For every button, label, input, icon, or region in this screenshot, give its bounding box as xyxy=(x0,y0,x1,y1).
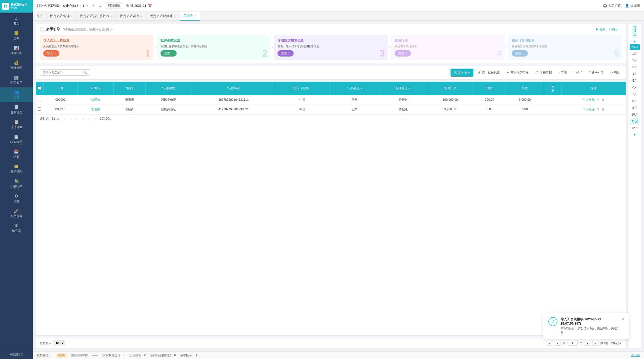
guide-close-icon[interactable]: × xyxy=(620,28,622,31)
step5-btn[interactable]: 查看＞ xyxy=(512,50,528,57)
period-selector[interactable]: 账期 2023-11 📅 xyxy=(126,4,152,8)
row1-name-link[interactable]: 徐泽华 xyxy=(91,98,100,101)
operation-btn[interactable]: ≡ 操作 xyxy=(572,69,584,76)
sidebar-item-expense[interactable]: 💸 小畅报销 xyxy=(0,176,33,191)
tab-payroll[interactable]: 工资表 × xyxy=(180,12,200,21)
first-page-btn[interactable]: « xyxy=(547,341,553,346)
notif-close-btn[interactable]: × xyxy=(622,317,624,321)
tab-depreciation[interactable]: 固定资产折旧统计表 × xyxy=(76,12,116,21)
row2-social-insurance-link[interactable]: 个人社保 xyxy=(583,108,595,111)
page-size-select[interactable]: 10 20 50 xyxy=(53,340,65,346)
table-header-row: 工号 ⇅ *姓名 *部门 *证照类型 *证照号码 国籍（地区） *人员状态 ▼ … xyxy=(36,82,626,95)
tab-fixed-asset[interactable]: 固定资产管理 × xyxy=(47,12,76,21)
calendar-month-9[interactable]: 9月 xyxy=(630,105,640,111)
row2-allowance: 0.00 xyxy=(473,105,506,114)
guide-btn[interactable]: ? 新手引导 xyxy=(587,69,606,76)
sidebar-pin-toggle[interactable]: ◀取消固定 xyxy=(0,350,33,359)
col-allowance: 津贴 xyxy=(473,82,506,95)
calendar-month-11[interactable]: 11月 xyxy=(630,118,640,125)
row2-edit-icon[interactable]: ✎ xyxy=(597,108,599,111)
col-emp-no: 工号 xyxy=(43,82,77,95)
calendar-month-7[interactable]: 7月 xyxy=(630,91,640,98)
help-link[interactable]: ? 帮助 xyxy=(609,27,617,32)
prev-page-btn[interactable]: ‹ xyxy=(555,341,560,346)
ai-consult-btn[interactable]: 🎧 人工咨询 xyxy=(603,4,621,8)
settings-gear-icon[interactable]: ⚙ xyxy=(98,4,102,8)
refresh-btn[interactable]: ↻ 刷新 xyxy=(608,69,622,76)
sidebar-item-tax[interactable]: 📑 税务管理 xyxy=(0,132,33,147)
go-charge-link[interactable]: 去充值 xyxy=(631,353,640,357)
calendar-month-2[interactable]: 2月 xyxy=(630,57,640,64)
calendar-month-8[interactable]: 8月 xyxy=(630,98,640,105)
sidebar-item-sales[interactable]: 📋 进销台账 xyxy=(0,117,33,132)
row2-delete-icon[interactable]: 🗑 xyxy=(601,108,605,111)
user-profile[interactable]: 👤 徐泽华 xyxy=(625,4,640,8)
tab-fixed-detail-label: 固定资产明细账 xyxy=(150,14,173,18)
row1-delete-icon[interactable]: 🗑 xyxy=(601,98,605,101)
search-input[interactable] xyxy=(43,71,82,74)
calendar-month-1[interactable]: 1月 xyxy=(630,50,640,57)
switch-version-button[interactable]: 切到旧版 xyxy=(105,3,123,9)
search-icon: 🔍 xyxy=(83,71,87,74)
step4-btn[interactable]: 查看＞ xyxy=(395,50,411,57)
calendar-up-arrow[interactable]: ▲ xyxy=(632,38,637,44)
account-selector[interactable]: 刘小艳演示账套（勿删勿动！）1 ▼ xyxy=(37,4,88,8)
step3-btn[interactable]: 查看＞ xyxy=(277,50,294,57)
sidebar-item-close[interactable]: 📅 结账 xyxy=(0,147,33,162)
sidebar-item-ledger[interactable]: 📒 总账 xyxy=(0,28,33,43)
user-avatar-icon: 👤 xyxy=(625,4,629,8)
tab-fixed-category-close[interactable]: × xyxy=(141,15,143,18)
social-insurance-btn[interactable]: ⚙ 统一社保设置 xyxy=(476,69,502,76)
select-all-checkbox[interactable] xyxy=(38,86,41,90)
video-link[interactable]: ▶ 视频 xyxy=(596,27,606,32)
sidebar-item-payroll[interactable]: 👥 工资 xyxy=(0,87,33,102)
tab-payroll-close[interactable]: × xyxy=(195,14,196,17)
sidebar-item-report[interactable]: 📊 报表中心 xyxy=(0,43,33,58)
page-number-input[interactable] xyxy=(568,341,578,346)
next-page-btn[interactable]: › xyxy=(585,341,590,346)
tab-home[interactable]: 首页 xyxy=(33,12,47,21)
row2-select[interactable] xyxy=(38,107,41,111)
tab-fixed-detail[interactable]: 固定资产明细账 × xyxy=(146,12,180,21)
add-employee-button[interactable]: 添加人员 ▾ xyxy=(451,69,473,77)
calendar-month-6[interactable]: 6月 xyxy=(630,84,640,91)
tax-return-btn[interactable]: 📋 个税申报 xyxy=(533,69,554,76)
calendar-year-2023[interactable]: 2023 xyxy=(630,44,640,50)
sidebar-item-guide[interactable]: 🚀 新手引导 xyxy=(0,206,33,221)
tab-depreciation-close[interactable]: × xyxy=(111,15,112,18)
home-icon: ⌂ xyxy=(15,16,18,21)
calendar-month-4[interactable]: 4月 xyxy=(630,71,640,77)
step1-btn[interactable]: 导入＞ xyxy=(43,50,59,57)
col-status: *人员状态 ▼ xyxy=(330,82,380,95)
calendar-month-3[interactable]: 3月 xyxy=(630,64,640,71)
step2-btn[interactable]: 设置＞ xyxy=(160,50,177,57)
calendar-month-10[interactable]: 10月 xyxy=(630,111,640,118)
vip-icon: ♛ xyxy=(15,223,18,228)
tab-fixed-asset-close[interactable]: × xyxy=(71,15,73,18)
export-btn[interactable]: ↑ 导出 xyxy=(556,69,569,76)
calendar-down-arrow[interactable]: ▼ xyxy=(632,132,637,138)
deduction-btn[interactable]: ＋ 专项附加扣除 xyxy=(504,69,531,76)
tab-fixed-category[interactable]: 固定资产类别 × xyxy=(116,12,146,21)
calendar-year[interactable]: 2023.11 xyxy=(632,25,637,38)
row1-edit-icon[interactable]: ✎ xyxy=(597,98,599,101)
sidebar-item-vip[interactable]: ♛ 畅会员 xyxy=(0,221,33,236)
tab-fixed-detail-close[interactable]: × xyxy=(174,15,176,18)
row2-name-link[interactable]: 李俊杰 xyxy=(91,108,100,111)
sidebar-item-fixed-asset[interactable]: 🏢 固定资产 xyxy=(0,73,33,87)
sidebar-item-settings[interactable]: ⚙ 设置 xyxy=(0,191,33,206)
step-arrow-4: › xyxy=(505,45,508,50)
row1-social-insurance-link[interactable]: 个人社保 xyxy=(583,98,595,101)
row1-select[interactable] xyxy=(38,98,41,101)
row1-basic-salary: 100,000.00 xyxy=(427,95,473,105)
sidebar-item-home[interactable]: ⌂ 首页 xyxy=(0,14,33,28)
calendar-month-12[interactable]: 12月 xyxy=(630,125,640,132)
last-page-btn[interactable]: » xyxy=(592,341,598,346)
sidebar-item-funds[interactable]: 💰 资金管理 xyxy=(0,58,33,73)
calendar-month-5[interactable]: 5月 xyxy=(630,77,640,84)
content-area: 📄 新手引导 5步快速完成设置，快去完善信息吧～ ▶ 视频 ? 帮助 xyxy=(33,21,644,351)
sidebar-item-archive[interactable]: 📁 归档管理 xyxy=(0,162,33,176)
add-account-icon[interactable]: ＋ xyxy=(91,3,95,8)
sidebar-label-report: 报表中心 xyxy=(10,51,22,55)
sidebar-item-invoice[interactable]: 🧾 发票管理 xyxy=(0,102,33,117)
